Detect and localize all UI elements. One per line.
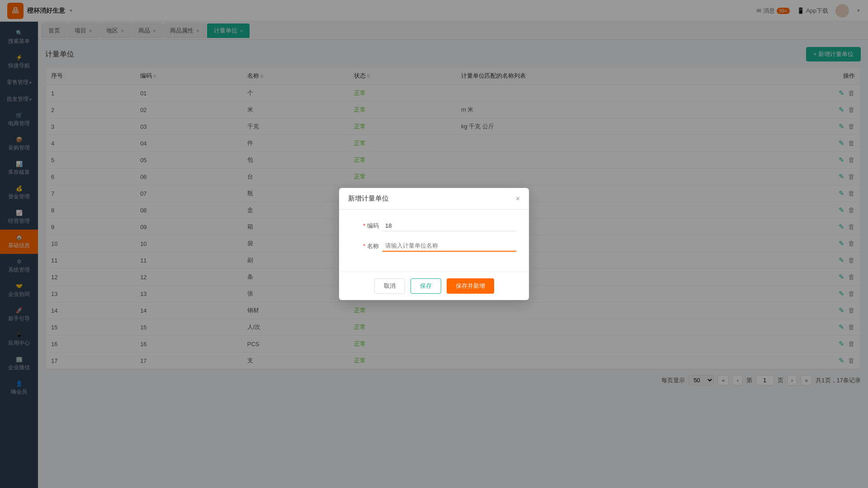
form-row-name: 名称 [352, 240, 516, 252]
save-and-new-button[interactable]: 保存并新增 [447, 278, 494, 294]
modal-title: 新增计量单位 [348, 194, 389, 203]
modal-body: 编码 名称 [339, 210, 529, 272]
form-row-code: 编码 [352, 221, 516, 231]
form-code-label: 编码 [352, 222, 379, 230]
modal-footer: 取消 保存 保存并新增 [339, 272, 529, 300]
modal-close-button[interactable]: × [516, 195, 520, 203]
modal-header: 新增计量单位 × [339, 188, 529, 210]
save-button[interactable]: 保存 [410, 278, 441, 294]
add-unit-modal: 新增计量单位 × 编码 名称 取消 保存 保存并新增 [339, 188, 529, 300]
modal-overlay: 新增计量单位 × 编码 名称 取消 保存 保存并新增 [0, 0, 868, 488]
form-code-input[interactable] [382, 221, 516, 231]
form-name-label: 名称 [352, 242, 379, 250]
form-name-input[interactable] [382, 240, 516, 252]
cancel-button[interactable]: 取消 [374, 278, 405, 294]
